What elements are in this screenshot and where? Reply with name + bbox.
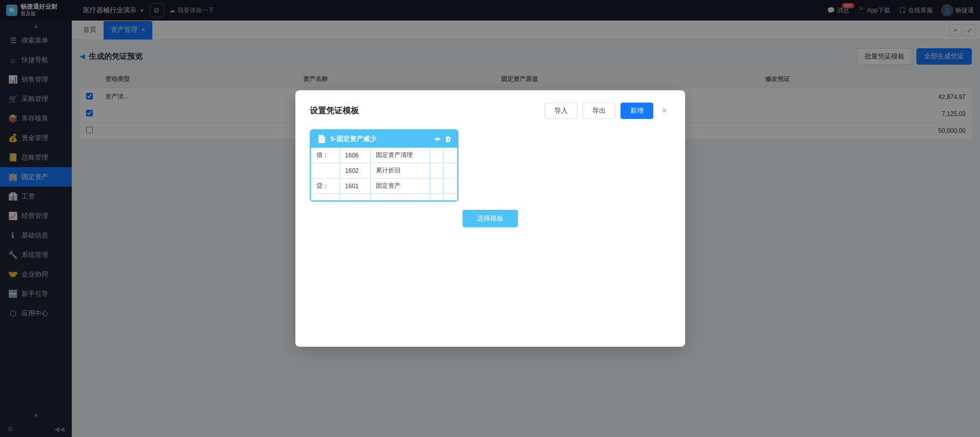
import-button[interactable]: 导入 [545, 103, 577, 119]
modal-set-template: 设置凭证模板 导入 导出 新增 × 📄 5-固定资产减少 ✏ 🗑 [295, 90, 685, 347]
template-cell-code: 1601 [339, 178, 370, 194]
select-template-wrap: 选择模板 [310, 210, 671, 227]
modal-title: 设置凭证模板 [310, 106, 359, 116]
template-cell-col4 [444, 163, 457, 178]
template-cell-col4 [444, 148, 457, 163]
template-row: 1602 累计折旧 [311, 163, 457, 178]
template-cell-code: 1606 [339, 148, 370, 163]
template-row: 贷： 1601 固定资产 [311, 178, 457, 194]
template-icon: 📄 [317, 134, 327, 144]
template-cell-col4 [444, 178, 457, 194]
modal-overlay: 设置凭证模板 导入 导出 新增 × 📄 5-固定资产减少 ✏ 🗑 [0, 0, 980, 437]
template-cell-col3 [430, 194, 443, 201]
template-row: 借： 1606 固定资产清理 [311, 148, 457, 163]
template-cell-code: 1602 [339, 163, 370, 178]
template-cell-name: 累计折旧 [370, 163, 430, 178]
modal-header: 设置凭证模板 导入 导出 新增 × [310, 103, 671, 119]
template-row [311, 194, 457, 201]
template-card-header: 📄 5-固定资产减少 ✏ 🗑 [311, 130, 457, 148]
export-button[interactable]: 导出 [583, 103, 615, 119]
template-cell-type: 借： [311, 148, 339, 163]
template-cell-code [339, 194, 370, 201]
template-card-actions: ✏ 🗑 [435, 135, 451, 143]
template-cell-type [311, 163, 339, 178]
template-edit-icon[interactable]: ✏ [435, 135, 441, 143]
template-card: 📄 5-固定资产减少 ✏ 🗑 借： 1606 固定资产清理 [310, 129, 458, 202]
template-delete-icon[interactable]: 🗑 [445, 135, 451, 143]
modal-close-button[interactable]: × [658, 105, 671, 117]
template-name: 固定资产减少 [336, 135, 376, 143]
select-template-button[interactable]: 选择模板 [463, 210, 518, 227]
template-cell-col3 [430, 178, 443, 194]
template-cell-type: 贷： [311, 178, 339, 194]
modal-header-actions: 导入 导出 新增 × [545, 103, 671, 119]
modal-body: 📄 5-固定资产减少 ✏ 🗑 借： 1606 固定资产清理 [310, 129, 671, 324]
template-cell-name: 固定资产 [370, 178, 430, 194]
new-template-button[interactable]: 新增 [621, 103, 653, 119]
template-table: 借： 1606 固定资产清理 1602 累计折旧 贷： [311, 148, 457, 201]
template-cell-name [370, 194, 430, 201]
template-cell-col3 [430, 148, 443, 163]
template-cell-name: 固定资产清理 [370, 148, 430, 163]
template-card-title: 5-固定资产减少 [331, 134, 431, 144]
template-cell-col3 [430, 163, 443, 178]
template-cell-col4 [444, 194, 457, 201]
template-cell-type [311, 194, 339, 201]
template-number: 5 [331, 135, 334, 143]
